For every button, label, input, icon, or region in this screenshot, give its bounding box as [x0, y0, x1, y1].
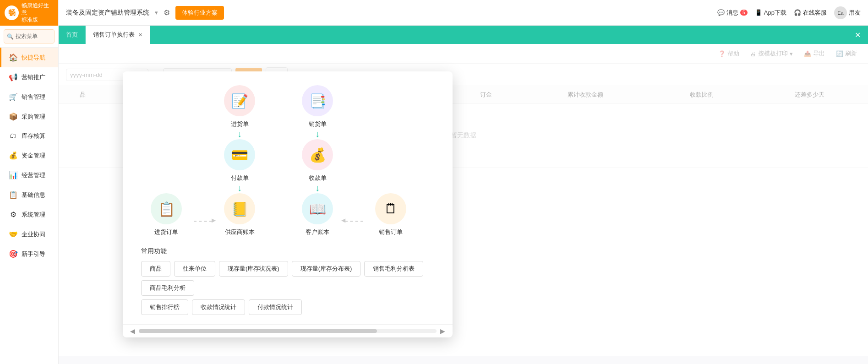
scroll-thumb — [139, 329, 377, 333]
common-btn-product-margin[interactable]: 商品毛利分析 — [141, 280, 194, 296]
tab-home-label: 首页 — [66, 31, 78, 39]
sidebar: 畅 畅康通好生意 标准版 🔍 搜索菜单 🏠 快捷导航 📢 营销推广 🛒 销售管理… — [0, 0, 59, 364]
sales-bill-label: 销货单 — [309, 120, 327, 128]
purchase-icon: 📦 — [9, 112, 18, 121]
common-btn-stock-dist[interactable]: 现存量(库存分布表) — [292, 261, 361, 277]
sidebar-item-label: 采购管理 — [22, 113, 45, 121]
flow-node-sales-bill[interactable]: 📑 销货单 — [292, 85, 343, 128]
tab-close-icon[interactable]: ✕ — [138, 32, 142, 38]
common-btn-product[interactable]: 商品 — [141, 261, 170, 277]
sidebar-item-label: 营销推广 — [22, 73, 45, 81]
home-icon: 🏠 — [9, 53, 18, 62]
sidebar-item-quick-nav[interactable]: 🏠 快捷导航 — [0, 48, 58, 67]
sidebar-item-sales[interactable]: 🛒 销售管理 — [0, 87, 58, 107]
sidebar-item-inventory[interactable]: 🗂 库存核算 — [0, 126, 58, 146]
flow-col-purchase-bill: 📝 进货单 ↓ 💳 付款单 ↓ — [214, 85, 265, 236]
system-title: 装备及固定资产辅助管理系统 — [66, 9, 149, 17]
supplier-ledger-label: 供应商账本 — [225, 228, 255, 236]
purchase-order-circle: 📋 — [151, 193, 182, 224]
popup-content: 📋 进货订单 📝 进货单 — [123, 71, 453, 324]
flow-node-receipt[interactable]: 💰 收款单 — [292, 139, 343, 182]
flow-node-customer-ledger[interactable]: 📖 客户账本 — [292, 193, 343, 236]
operations-icon: 📊 — [9, 171, 18, 179]
flow-diagram-row1: 📋 进货订单 📝 进货单 — [141, 85, 434, 236]
basic-info-icon: 📋 — [9, 190, 18, 199]
arrow-down-receipt: ↓ — [315, 129, 320, 138]
payment-label: 付款单 — [231, 174, 249, 182]
scroll-left-icon[interactable]: ◀ — [130, 327, 135, 335]
message-badge: 5 — [740, 10, 748, 16]
arrow-down-payment: ↓ — [237, 129, 242, 138]
common-buttons-row2: 销售排行榜 收款情况统计 付款情况统计 — [141, 299, 434, 315]
sidebar-item-label: 基础信息 — [22, 191, 45, 199]
sales-order-circle: 🗒 — [375, 193, 406, 224]
search-menu-button[interactable]: 🔍 搜索菜单 — [4, 29, 55, 43]
marketing-icon: 📢 — [9, 73, 18, 81]
avatar: Ea — [834, 6, 847, 19]
sidebar-item-enterprise[interactable]: 🤝 企业协同 — [0, 224, 58, 244]
sidebar-item-label: 销售管理 — [22, 93, 45, 101]
common-functions-title: 常用功能 — [141, 247, 434, 255]
topbar-dropdown-arrow[interactable]: ▾ — [155, 9, 158, 16]
sidebar-item-label: 企业协同 — [22, 230, 45, 239]
purchase-bill-label: 进货单 — [231, 120, 249, 128]
sidebar-item-label: 经营管理 — [22, 171, 45, 179]
purchase-bill-circle: 📝 — [224, 85, 255, 116]
online-service-btn[interactable]: 🎧 在线客服 — [794, 9, 827, 17]
dashed-arrow-right — [194, 221, 212, 222]
common-btn-payment-stats[interactable]: 付款情况统计 — [249, 299, 302, 315]
sidebar-item-marketing[interactable]: 📢 营销推广 — [0, 67, 58, 87]
flow-node-sales-order[interactable]: 🗒 销售订单 — [366, 193, 416, 236]
sidebar-item-finance[interactable]: 💰 资金管理 — [0, 146, 58, 165]
sidebar-item-guide[interactable]: 🎯 新手引导 — [0, 244, 58, 264]
scroll-track[interactable] — [139, 329, 437, 333]
enterprise-icon: 🤝 — [9, 230, 18, 239]
sales-bill-circle: 📑 — [302, 85, 333, 116]
payment-circle: 💳 — [224, 139, 255, 170]
tabbar: 首页 销售订单执行表 ✕ ✕ — [59, 26, 868, 44]
sidebar-item-label: 库存核算 — [22, 132, 45, 140]
common-btn-receipt-stats[interactable]: 收款情况统计 — [192, 299, 245, 315]
sales-icon: 🛒 — [9, 92, 18, 101]
popup-scrollbar: ◀ ▶ — [123, 324, 453, 337]
scroll-right-icon[interactable]: ▶ — [440, 327, 445, 335]
sales-order-label: 销售订单 — [379, 228, 403, 236]
gear-icon[interactable]: ⚙ — [164, 8, 170, 17]
guide-icon: 🎯 — [9, 250, 18, 258]
sidebar-item-label: 新手引导 — [22, 250, 45, 258]
message-btn[interactable]: 💬 消息 5 — [717, 9, 748, 17]
sidebar-item-basic-info[interactable]: 📋 基础信息 — [0, 185, 58, 205]
flow-node-purchase-order[interactable]: 📋 进货订单 — [141, 193, 191, 236]
arrow-down-supplier: ↓ — [237, 183, 242, 192]
flow-node-payment[interactable]: 💳 付款单 — [214, 139, 265, 182]
sidebar-search[interactable]: 🔍 搜索菜单 — [0, 26, 58, 48]
sidebar-item-system[interactable]: ⚙ 系统管理 — [0, 205, 58, 224]
finance-icon: 💰 — [9, 151, 18, 160]
common-buttons-row1: 商品 往来单位 现存量(库存状况表) 现存量(库存分布表) 销售毛利分析表 商品… — [141, 261, 434, 296]
experience-btn[interactable]: 体验行业方案 — [175, 6, 224, 20]
sidebar-item-purchase[interactable]: 📦 采购管理 — [0, 107, 58, 126]
common-btn-sales-rank[interactable]: 销售排行榜 — [141, 299, 188, 315]
sidebar-logo: 畅 畅康通好生意 标准版 — [0, 0, 58, 26]
flow-node-supplier-ledger[interactable]: 📒 供应商账本 — [214, 193, 265, 236]
common-btn-stock-status[interactable]: 现存量(库存状况表) — [219, 261, 288, 277]
flow-node-purchase-bill[interactable]: 📝 进货单 — [214, 85, 265, 128]
tab-bar-close-icon[interactable]: ✕ — [847, 31, 868, 39]
dashed-arrow-left — [345, 221, 363, 222]
sidebar-item-operations[interactable]: 📊 经营管理 — [0, 165, 58, 185]
app-download-btn[interactable]: 📱 App下载 — [755, 9, 786, 17]
flow-col-sales-bill: 📑 销货单 ↓ 💰 收款单 ↓ — [292, 85, 343, 236]
system-icon: ⚙ — [9, 210, 18, 219]
content-area: ❓ 帮助 🖨 按模板打印 ▾ 📤 导出 🔄 刷新 — [59, 44, 868, 364]
customer-ledger-label: 客户账本 — [306, 228, 329, 236]
arrow-down-customer: ↓ — [315, 183, 320, 192]
sidebar-item-label: 系统管理 — [22, 211, 45, 219]
search-icon: 🔍 — [7, 33, 14, 40]
tab-home[interactable]: 首页 — [59, 26, 86, 44]
customer-ledger-circle: 📖 — [302, 193, 333, 224]
tab-sales-order[interactable]: 销售订单执行表 ✕ — [86, 26, 150, 44]
user-btn[interactable]: Ea 用友 — [834, 6, 861, 19]
common-btn-sales-margin[interactable]: 销售毛利分析表 — [364, 261, 423, 277]
common-btn-partner[interactable]: 往来单位 — [174, 261, 215, 277]
supplier-ledger-circle: 📒 — [224, 193, 255, 224]
